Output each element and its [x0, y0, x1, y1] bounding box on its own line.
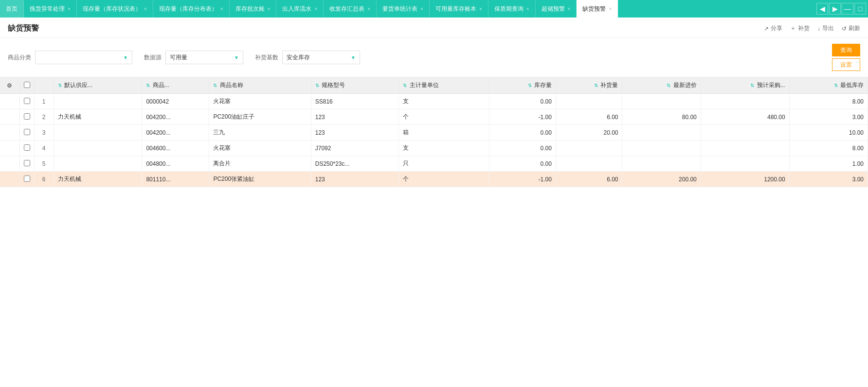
maximize-btn[interactable]: □: [854, 3, 866, 15]
tab-close-btn[interactable]: ×: [144, 6, 147, 12]
supplier-header-label: 默认供应...: [64, 82, 92, 88]
table-row: 4004600...火花塞J7092支0.008.00: [0, 141, 868, 156]
row-checkbox[interactable]: [24, 144, 30, 151]
row-min-stock: 3.00: [789, 172, 868, 187]
row-checkbox-cell: [19, 172, 34, 187]
tab-close-btn[interactable]: ×: [268, 6, 271, 12]
export-action[interactable]: ↓ 导出: [817, 24, 834, 33]
tab-close-btn[interactable]: ×: [68, 6, 71, 12]
row-number: 6: [34, 172, 54, 187]
tab-close-btn[interactable]: ×: [367, 6, 370, 12]
datasource-select[interactable]: 可用量 ▼: [165, 51, 243, 64]
unit-sort-icon: ⇅: [403, 83, 407, 88]
row-gear-cell: [0, 125, 19, 141]
stock-header-label: 库存量: [534, 82, 552, 88]
tab-close-btn[interactable]: ×: [526, 6, 529, 12]
tabs-prev-btn[interactable]: ◀: [816, 3, 828, 15]
row-min-stock: 10.00: [789, 125, 868, 141]
row-latest-price: [622, 125, 701, 141]
nav-tab-label: 超储预警: [542, 5, 565, 13]
row-replenish: 20.00: [556, 125, 622, 141]
nav-tab-label: 保质期查询: [494, 5, 524, 13]
row-checkbox[interactable]: [24, 176, 30, 182]
row-replenish: [556, 94, 622, 109]
row-checkbox[interactable]: [24, 113, 30, 120]
column-latest-price: ⇅ 最新进价: [622, 77, 701, 94]
tab-close-btn[interactable]: ×: [220, 6, 223, 12]
row-gear-cell: [0, 141, 19, 156]
nav-tab-8[interactable]: 可用量库存账本×: [430, 0, 488, 18]
row-supplier: 力天机械: [54, 109, 142, 125]
row-checkbox-cell: [19, 125, 34, 141]
price-sort-icon: ⇅: [667, 83, 670, 88]
row-stock: 0.00: [489, 141, 556, 156]
estpurchase-sort-icon: ⇅: [750, 83, 754, 88]
row-spec: 123: [311, 125, 399, 141]
name-sort-icon: ⇅: [213, 83, 217, 88]
tab-close-btn[interactable]: ×: [609, 6, 612, 12]
column-product-code: ⇅ 商品...: [142, 77, 209, 94]
table-row: 6力天机械801110...PC200张紧油缸123个-1.006.00200.…: [0, 172, 868, 187]
gear-icon[interactable]: ⚙: [7, 82, 12, 89]
nav-tab-6[interactable]: 收发存汇总表×: [324, 0, 377, 18]
tab-close-btn[interactable]: ×: [314, 6, 317, 12]
query-button[interactable]: 查询: [832, 44, 860, 56]
row-checkbox[interactable]: [24, 160, 30, 166]
row-estimated-purchase: [701, 141, 789, 156]
settings-button[interactable]: 设置: [832, 58, 860, 71]
row-number: 1: [34, 94, 54, 109]
row-gear-cell: [0, 109, 19, 125]
replenish-header-label: 补货量: [600, 82, 618, 88]
row-estimated-purchase: [701, 125, 789, 141]
datasource-label: 数据源: [144, 53, 162, 62]
share-action[interactable]: ↗ 分享: [764, 24, 782, 33]
row-replenish: 6.00: [556, 172, 622, 187]
nav-tab-4[interactable]: 库存批次账×: [230, 0, 277, 18]
replenish-action[interactable]: ＋ 补货: [790, 24, 810, 33]
column-unit: ⇅ 主计量单位: [399, 77, 489, 94]
row-unit: 个: [399, 172, 489, 187]
replenish-base-select[interactable]: 安全库存 ▼: [282, 51, 360, 64]
action-buttons: 查询 设置: [832, 44, 860, 71]
tabs-next-btn[interactable]: ▶: [829, 3, 841, 15]
row-spec: 123: [311, 172, 399, 187]
nav-tab-0[interactable]: 首页: [0, 0, 24, 18]
nav-tab-label: 库存批次账: [235, 5, 265, 13]
column-num: [34, 77, 54, 94]
tab-close-btn[interactable]: ×: [420, 6, 423, 12]
row-product-name: PC200油缸庄子: [209, 109, 311, 125]
nav-tab-5[interactable]: 出入库流水×: [276, 0, 324, 18]
category-arrow-icon: ▼: [123, 55, 128, 60]
row-estimated-purchase: [701, 94, 789, 109]
row-product-code: 004200...: [142, 125, 209, 141]
replenish-base-arrow-icon: ▼: [351, 55, 356, 60]
nav-tab-9[interactable]: 保质期查询×: [488, 0, 536, 18]
tab-close-btn[interactable]: ×: [568, 6, 571, 12]
row-product-name: 火花塞: [209, 141, 311, 156]
row-min-stock: 3.00: [789, 109, 868, 125]
minimize-btn[interactable]: —: [842, 3, 853, 15]
nav-tab-3[interactable]: 现存量（库存分布表）×: [153, 0, 230, 18]
replenish-base-filter-group: 补货基数 安全库存 ▼: [255, 51, 360, 64]
nav-tab-2[interactable]: 现存量（库存状况表）×: [77, 0, 153, 18]
refresh-action[interactable]: ↺ 刷新: [842, 24, 860, 33]
tab-close-btn[interactable]: ×: [479, 6, 482, 12]
row-supplier: [54, 156, 142, 172]
row-checkbox[interactable]: [24, 98, 30, 104]
nav-tab-1[interactable]: 拣货异常处理×: [24, 0, 77, 18]
row-supplier: 力天机械: [54, 172, 142, 187]
category-filter-group: 商品分类 ▼: [8, 51, 132, 64]
row-number: 4: [34, 141, 54, 156]
nav-tab-11[interactable]: 缺货预警×: [577, 0, 618, 18]
nav-tab-7[interactable]: 要货单统计表×: [377, 0, 430, 18]
select-all-checkbox[interactable]: [24, 82, 30, 88]
row-checkbox[interactable]: [24, 129, 30, 135]
code-header-label: 商品...: [153, 82, 169, 88]
row-stock: -1.00: [489, 172, 556, 187]
nav-tab-10[interactable]: 超储预警×: [536, 0, 577, 18]
category-select[interactable]: ▼: [35, 51, 132, 64]
nav-tab-label: 现存量（库存状况表）: [83, 5, 141, 13]
row-gear-cell: [0, 172, 19, 187]
row-unit: 支: [399, 94, 489, 109]
export-icon: ↓: [817, 25, 820, 32]
